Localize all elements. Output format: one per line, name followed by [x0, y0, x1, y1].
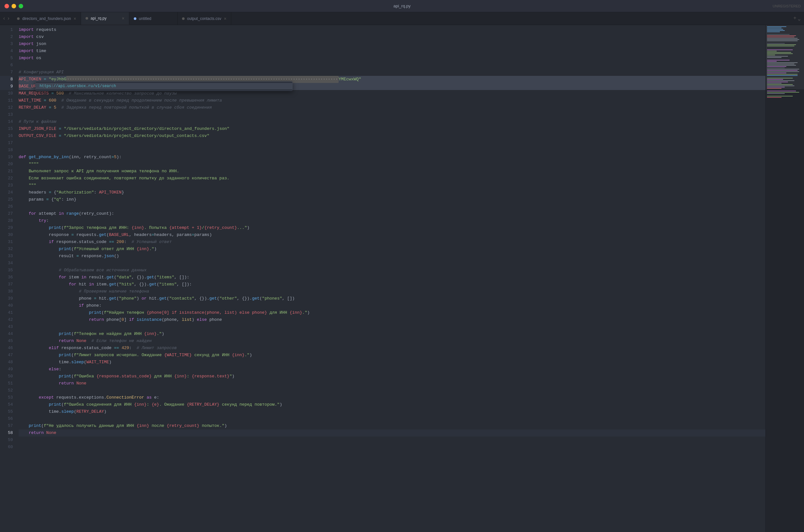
code-line-15: INPUT_JSON_FILE = "/Users/vediota/bin/pr…: [19, 125, 765, 132]
ln-13: 13: [0, 111, 13, 118]
ln-50: 50: [0, 373, 13, 380]
code-line-40: if phone:: [19, 302, 765, 309]
ln-21: 21: [0, 168, 13, 175]
ln-46: 46: [0, 345, 13, 352]
close-button[interactable]: [4, 4, 9, 8]
minimize-button[interactable]: [12, 4, 16, 8]
ln-60: 60: [0, 443, 13, 451]
tab-add-icon[interactable]: +: [793, 15, 797, 22]
tab-label-directors: directors_and_founders.json: [22, 16, 71, 21]
ln-47: 47: [0, 352, 13, 359]
svg-rect-46: [767, 96, 793, 96]
code-line-58: return None: [19, 430, 765, 437]
tab-close-output[interactable]: ×: [224, 16, 226, 21]
unregistered-label: UNREGISTERED: [773, 4, 801, 8]
code-line-25: params = {"q": inn}: [19, 196, 765, 203]
tab-forward-icon[interactable]: ›: [7, 16, 10, 21]
ln-45: 45: [0, 338, 13, 345]
ln-31: 31: [0, 239, 13, 246]
maximize-button[interactable]: [19, 4, 23, 8]
ln-36: 36: [0, 274, 13, 281]
code-line-51: return None: [19, 380, 765, 387]
ln-41: 41: [0, 309, 13, 316]
autocomplete-item-1[interactable]: https://api.usersbox.ru/v1/search: [36, 83, 292, 89]
code-line-18: [19, 147, 765, 154]
ln-55: 55: [0, 408, 13, 415]
code-line-45: return None # Если телефон не найден: [19, 338, 765, 345]
tab-output[interactable]: output_contacts.csv ×: [177, 12, 231, 25]
tab-list-icon[interactable]: ⌄: [798, 15, 801, 22]
code-line-3: import json: [19, 40, 765, 48]
ln-33: 33: [0, 253, 13, 260]
ln-19: 19: [0, 154, 13, 161]
code-line-42: return phone[0] if isinstance(phone, lis…: [19, 316, 765, 323]
code-line-24: headers = {"Authorization": API_TOKEN}: [19, 189, 765, 196]
tab-bar: ‹ › directors_and_founders.json × api_rq…: [0, 12, 804, 25]
tab-dot-api-rq: [86, 17, 88, 20]
code-line-59: [19, 437, 765, 443]
ln-5: 5: [0, 55, 13, 62]
code-line-28: try:: [19, 217, 765, 224]
tab-dot-directors: [17, 17, 20, 20]
code-line-57: print(f"Не удалось получить данные для И…: [19, 422, 765, 430]
ln-32: 32: [0, 246, 13, 253]
code-line-29: print(f"Запрос телефона для ИНН: {inn}. …: [19, 224, 765, 231]
tab-label-output: output_contacts.csv: [187, 16, 221, 21]
ln-53: 53: [0, 394, 13, 401]
ln-29: 29: [0, 224, 13, 231]
code-line-4: import time: [19, 48, 765, 55]
ln-12: 12: [0, 104, 13, 111]
ln-38: 38: [0, 288, 13, 295]
tab-untitled[interactable]: untitled: [129, 12, 177, 25]
tab-directors[interactable]: directors_and_founders.json ×: [13, 12, 81, 25]
code-line-30: response = requests.get(BASE_URL, header…: [19, 231, 765, 239]
svg-rect-45: [767, 93, 785, 94]
code-line-46: elif response.status_code == 429: # Лими…: [19, 345, 765, 352]
ln-7: 7: [0, 69, 13, 76]
ln-52: 52: [0, 387, 13, 394]
tab-back-icon[interactable]: ‹: [3, 16, 6, 21]
svg-rect-43: [767, 91, 796, 91]
ln-28: 28: [0, 217, 13, 224]
tab-add-buttons[interactable]: + ⌄: [793, 15, 801, 22]
tab-label-untitled: untitled: [139, 16, 151, 21]
ln-10: 10: [0, 90, 13, 97]
tab-api-rq[interactable]: api_rq.py ×: [81, 12, 129, 25]
ln-1: 1: [0, 26, 13, 34]
tab-nav-buttons[interactable]: ‹ ›: [0, 12, 13, 25]
ln-22: 22: [0, 175, 13, 182]
minimap: [765, 25, 804, 532]
ln-35: 35: [0, 267, 13, 274]
code-line-6: [19, 62, 765, 69]
ln-37: 37: [0, 281, 13, 288]
code-line-38: # Проверяем наличие телефона: [19, 288, 765, 295]
code-line-34: [19, 260, 765, 267]
ln-51: 51: [0, 380, 13, 387]
code-line-22: Если возникает ошибка соединения, повтор…: [19, 175, 765, 182]
code-line-27: for attempt in range(retry_count):: [19, 210, 765, 217]
tab-close-directors[interactable]: ×: [74, 16, 76, 21]
line-number-gutter: 1 2 3 4 5 6 7 8 9 10 11 12 13 14 15 16 1…: [0, 25, 16, 532]
ln-58: 58: [0, 430, 13, 437]
ln-25: 25: [0, 196, 13, 203]
code-line-43: [19, 323, 765, 330]
tab-close-api-rq[interactable]: ×: [122, 16, 125, 21]
code-line-32: print(f"Успешный ответ для ИНН {inn}."): [19, 246, 765, 253]
window-controls[interactable]: [4, 4, 23, 8]
ln-2: 2: [0, 34, 13, 40]
code-line-14: # Пути к файлам: [19, 118, 765, 125]
code-line-39: phone = hit.get("phone") or hit.get("con…: [19, 295, 765, 302]
code-line-36: for item in result.get("data", {}).get("…: [19, 274, 765, 281]
code-editor[interactable]: import requests import csv import json i…: [16, 25, 765, 532]
tab-label-api-rq: api_rq.py: [91, 16, 107, 21]
code-line-52: [19, 387, 765, 394]
ln-39: 39: [0, 295, 13, 302]
ln-27: 27: [0, 210, 13, 217]
code-line-7: # Конфигурация API: [19, 69, 765, 76]
code-line-54: print(f"Ошибка соединения для ИНН {inn}:…: [19, 401, 765, 408]
ln-14: 14: [0, 118, 13, 125]
code-line-1: import requests: [19, 26, 765, 34]
ln-48: 48: [0, 359, 13, 366]
code-line-33: result = response.json(): [19, 253, 765, 260]
autocomplete-overlay: https://api.usersbox.ru/v1/search: [35, 81, 293, 91]
